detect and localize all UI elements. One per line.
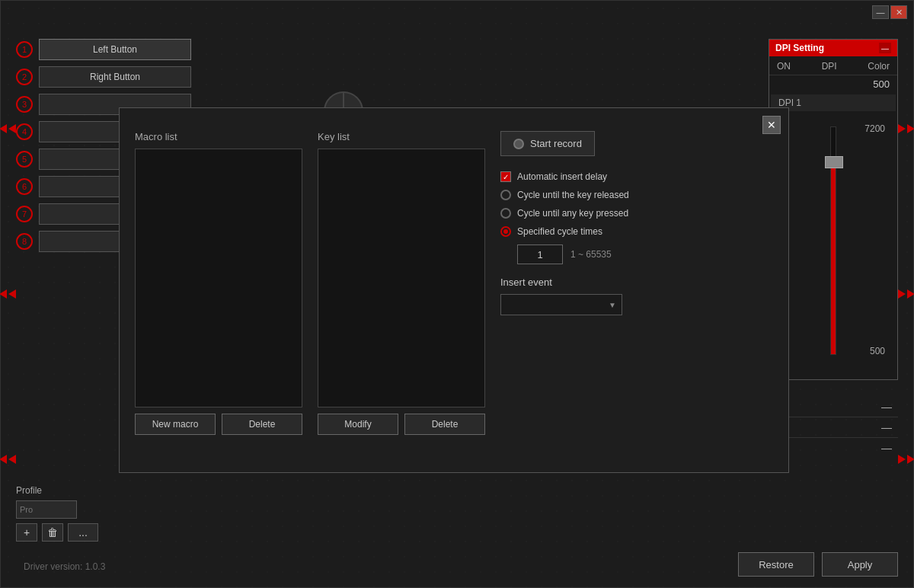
specified-cycle-radio[interactable] <box>500 226 511 237</box>
cycle-any-key-radio[interactable] <box>500 208 511 219</box>
profile-delete-button[interactable]: 🗑 <box>42 523 63 542</box>
auto-insert-delay-label: Automatic insert delay <box>517 171 607 182</box>
button-number-5: 5 <box>16 151 33 168</box>
cycle-key-released-row[interactable]: Cycle until the key released <box>500 190 773 200</box>
dpi-row-1[interactable]: DPI 1 <box>771 94 896 111</box>
dpi-minimize-button[interactable]: — <box>879 43 891 53</box>
minimize-button[interactable]: — <box>872 5 889 19</box>
dpi-value-display: 500 <box>769 75 897 93</box>
auto-insert-delay-row[interactable]: ✓ Automatic insert delay <box>500 171 773 182</box>
button-number-1: 1 <box>16 41 33 58</box>
insert-event-label: Insert event <box>500 276 773 288</box>
dpi-slider-track[interactable] <box>830 126 836 355</box>
close-button[interactable]: ✕ <box>890 5 907 19</box>
profile-name-input[interactable] <box>16 500 77 519</box>
dpi-column-headers: ON DPI Color <box>769 56 897 75</box>
start-record-label: Start record <box>530 138 582 149</box>
title-bar: — ✕ <box>866 1 913 24</box>
sidebar-item-1: 1 Left Button <box>16 39 252 60</box>
dpi-dash-1: — <box>881 401 892 413</box>
apply-button[interactable]: Apply <box>822 552 898 577</box>
insert-event-select[interactable] <box>500 294 622 315</box>
insert-event-select-wrapper: ▼ <box>500 294 622 315</box>
cycle-any-key-row[interactable]: Cycle until any key pressed <box>500 208 773 219</box>
insert-event-group: Insert event ▼ <box>500 276 773 315</box>
dpi-col-dpi: DPI <box>822 61 837 72</box>
radio-dot-icon <box>503 229 508 234</box>
profile-more-button[interactable]: ... <box>68 523 98 542</box>
profile-controls: + 🗑 ... <box>16 523 168 542</box>
key-list-section: Key list Modify Delete <box>318 131 485 435</box>
button-number-4: 4 <box>16 123 33 140</box>
cycle-key-released-radio[interactable] <box>500 190 511 200</box>
dpi-min-label: 500 <box>870 346 885 356</box>
dpi-col-color: Color <box>868 61 890 72</box>
right-edge-decoration <box>900 1 913 587</box>
dpi-title-text: DPI Setting <box>775 43 824 53</box>
dpi-dash-rows: — — — <box>784 397 898 458</box>
cycle-key-released-label: Cycle until the key released <box>517 190 629 200</box>
button-number-6: 6 <box>16 178 33 195</box>
specified-cycle-row[interactable]: Specified cycle times <box>500 226 773 237</box>
macro-list-section: Macro list New macro Delete <box>135 131 302 435</box>
record-circle-icon <box>513 139 524 149</box>
cycle-times-input-row: 1 1 ~ 65535 <box>517 244 773 264</box>
dpi-title-bar: DPI Setting — <box>769 40 897 56</box>
modal-close-button[interactable]: ✕ <box>762 116 781 134</box>
dpi-dash-3: — <box>881 442 892 454</box>
key-list-label: Key list <box>318 131 485 142</box>
key-list-buttons: Modify Delete <box>318 414 485 435</box>
modify-button[interactable]: Modify <box>318 414 398 435</box>
profile-area: Profile + 🗑 ... <box>16 485 168 542</box>
macro-list-box[interactable] <box>135 149 302 407</box>
delete-macro-button[interactable]: Delete <box>222 414 302 435</box>
macro-list-buttons: New macro Delete <box>135 414 302 435</box>
button-number-3: 3 <box>16 96 33 113</box>
start-record-button[interactable]: Start record <box>500 131 595 156</box>
button-number-2: 2 <box>16 69 33 85</box>
driver-version-label: Driver version: 1.0.3 <box>24 561 105 572</box>
bottom-action-buttons: Restore Apply <box>738 552 898 577</box>
checkmark-icon: ✓ <box>503 173 509 181</box>
delete-key-button[interactable]: Delete <box>404 414 485 435</box>
profile-add-button[interactable]: + <box>16 523 37 542</box>
left-edge-decoration <box>1 1 14 587</box>
modal-body: Macro list New macro Delete Key list Mod… <box>135 131 773 435</box>
specified-cycle-label: Specified cycle times <box>517 226 602 237</box>
macro-options-section: Start record ✓ Automatic insert delay Cy… <box>500 131 773 435</box>
cycle-times-input[interactable]: 1 <box>517 244 563 264</box>
dpi-col-on: ON <box>777 61 791 72</box>
profile-label: Profile <box>16 485 168 496</box>
sidebar-item-2: 2 Right Button <box>16 66 252 88</box>
cycle-range-label: 1 ~ 65535 <box>570 249 612 260</box>
left-button-btn[interactable]: Left Button <box>39 39 191 60</box>
button-number-8: 8 <box>16 233 33 250</box>
new-macro-button[interactable]: New macro <box>135 414 216 435</box>
dpi-max-label: 7200 <box>864 123 885 134</box>
dpi-dash-2: — <box>881 421 892 433</box>
dpi-slider-thumb[interactable] <box>825 156 843 168</box>
key-list-box[interactable] <box>318 149 485 407</box>
dpi-slider-fill <box>831 161 836 354</box>
macro-modal: ✕ Macro list New macro Delete Key list <box>119 107 789 473</box>
button-number-7: 7 <box>16 206 33 222</box>
macro-list-label: Macro list <box>135 131 302 142</box>
restore-button[interactable]: Restore <box>738 552 814 577</box>
cycle-any-key-label: Cycle until any key pressed <box>517 208 628 219</box>
right-button-btn[interactable]: Right Button <box>39 66 191 88</box>
auto-insert-delay-checkbox[interactable]: ✓ <box>500 171 511 182</box>
